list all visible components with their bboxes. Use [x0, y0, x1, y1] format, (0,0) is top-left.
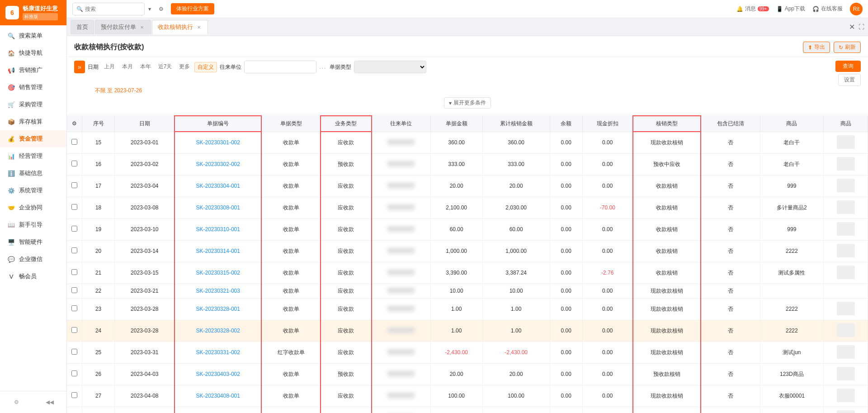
col-checkbox[interactable] [67, 132, 82, 153]
sidebar-item-sales[interactable]: 🎯 销售管理 [0, 79, 66, 96]
sidebar-item-wechat[interactable]: 💬 企业微信 [0, 251, 66, 268]
col-amount: 20.00 [430, 175, 482, 197]
col-partner [372, 298, 431, 320]
col-checkbox[interactable] [67, 240, 82, 262]
col-product: 2222 [760, 407, 824, 413]
row-checkbox[interactable] [71, 269, 77, 275]
col-checkbox[interactable] [67, 363, 82, 385]
row-checkbox[interactable] [71, 247, 77, 253]
col-checkbox[interactable] [67, 262, 82, 284]
partner-input[interactable] [244, 61, 316, 73]
tab-receivable[interactable]: 收款核销执行✕ [152, 20, 208, 34]
row-checkbox[interactable] [71, 349, 77, 355]
sidebar-item-purchase[interactable]: 🛒 采购管理 [0, 96, 66, 113]
col-checkbox[interactable] [67, 153, 82, 175]
set-button[interactable]: 设置 [838, 74, 861, 86]
voucher-no-link[interactable]: SK-20230408-001 [196, 393, 240, 399]
col-balance: 0.00 [550, 342, 582, 363]
col-checkbox[interactable] [67, 175, 82, 197]
row-checkbox[interactable] [71, 182, 77, 188]
voucher-no-link[interactable]: SK-20230403-002 [196, 371, 240, 377]
topbar-dropdown[interactable]: ▾ [148, 6, 151, 12]
sidebar-item-marketing[interactable]: 📢 营销推广 [0, 62, 66, 79]
col-checkbox[interactable] [67, 320, 82, 342]
sidebar-item-member[interactable]: V 畅会员 [0, 268, 66, 285]
refresh-button[interactable]: ↻ 刷新 [834, 42, 861, 53]
row-checkbox[interactable] [71, 305, 77, 311]
sidebar-item-hardware[interactable]: 🖥️ 智能硬件 [0, 233, 66, 251]
sidebar-item-system[interactable]: ⚙️ 系统管理 [0, 182, 66, 199]
sidebar-item-quicknav[interactable]: 🏠 快捷导航 [0, 44, 66, 62]
settings-icon[interactable]: ⚙ [9, 395, 24, 409]
col-checkbox[interactable] [67, 284, 82, 298]
basic-icon: ℹ️ [7, 169, 15, 177]
voucher-no-link[interactable]: SK-20230328-001 [196, 306, 240, 312]
sidebar-item-basic[interactable]: ℹ️ 基础信息 [0, 165, 66, 182]
voucher-no-link[interactable]: SK-20230321-003 [196, 288, 240, 294]
user-avatar[interactable]: Rit [850, 3, 863, 15]
row-checkbox[interactable] [71, 139, 77, 145]
voucher-no-link[interactable]: SK-20230328-002 [196, 328, 240, 334]
col-checkbox[interactable] [67, 197, 82, 218]
voucher-type-select[interactable] [354, 61, 426, 73]
sidebar-item-inventory[interactable]: 📦 库存核算 [0, 113, 66, 130]
topbar-gear-icon[interactable]: ⚙ [155, 3, 167, 15]
expand-icon: ▾ [449, 100, 452, 106]
search-input[interactable] [85, 6, 130, 12]
messages-item[interactable]: 🔔 消息 99+ [736, 5, 769, 13]
online-service-item[interactable]: 🎧 在线客服 [812, 5, 843, 13]
filter-more-dots[interactable]: ... [319, 64, 326, 70]
voucher-no-link[interactable]: SK-20230331-002 [196, 349, 240, 356]
voucher-no-link[interactable]: SK-20230310-001 [196, 226, 240, 233]
row-checkbox[interactable] [71, 370, 77, 376]
voucher-no-link[interactable]: SK-20230308-001 [196, 204, 240, 211]
date-custom-btn[interactable]: 自定义 [194, 62, 217, 72]
row-checkbox[interactable] [71, 392, 77, 398]
col-include-settled: 否 [701, 132, 760, 153]
col-checkbox[interactable] [67, 385, 82, 407]
sidebar-item-operation[interactable]: 📊 经营管理 [0, 147, 66, 165]
sidebar-item-label-quicknav: 快捷导航 [19, 49, 42, 57]
row-checkbox[interactable] [71, 161, 77, 166]
col-checkbox[interactable] [67, 407, 82, 413]
sidebar-item-guide[interactable]: 📖 新手引导 [0, 216, 66, 233]
row-checkbox[interactable] [71, 327, 77, 333]
date-prev-month[interactable]: 上月 [101, 62, 118, 72]
sidebar-item-search[interactable]: 🔍 搜索菜单 [0, 27, 66, 44]
sidebar-item-finance[interactable]: 💰 资金管理 [0, 130, 66, 147]
date-more[interactable]: 更多 [176, 62, 193, 72]
topbar-search-box[interactable]: 🔍 [72, 3, 145, 15]
col-checkbox[interactable] [67, 342, 82, 363]
col-settings-header[interactable]: ⚙ [67, 116, 82, 132]
app-download-item[interactable]: 📱 App下载 [776, 5, 805, 13]
tab-prepay[interactable]: 预付款应付单✕ [95, 20, 151, 34]
maximize-icon[interactable]: ⛶ [859, 24, 864, 30]
voucher-no-link[interactable]: SK-20230304-001 [196, 183, 240, 189]
voucher-no-link[interactable]: SK-20230302-002 [196, 161, 240, 167]
col-checkbox[interactable] [67, 298, 82, 320]
row-checkbox[interactable] [71, 226, 77, 232]
collapse-icon[interactable]: ◀◀ [42, 395, 57, 409]
sidebar-item-enterprise[interactable]: 🤝 企业协同 [0, 199, 66, 216]
sidebar-item-label-operation: 经营管理 [19, 152, 42, 160]
tab-label-home: 首页 [76, 23, 88, 31]
date-this-month[interactable]: 本月 [119, 62, 136, 72]
query-button[interactable]: 查询 [835, 61, 861, 72]
close-all-icon[interactable]: ✕ [849, 23, 855, 31]
expand-more-btn[interactable]: ▾ 展开更多条件 [444, 97, 491, 109]
col-checkbox[interactable] [67, 218, 82, 240]
tab-close-prepay[interactable]: ✕ [139, 24, 145, 30]
voucher-no-link[interactable]: SK-20230301-002 [196, 139, 240, 146]
row-checkbox[interactable] [71, 287, 77, 293]
filter-expand-left-btn[interactable]: » [74, 61, 85, 73]
voucher-no-link[interactable]: SK-20230315-002 [196, 270, 240, 276]
col-balance: 0.00 [550, 320, 582, 342]
voucher-no-link[interactable]: SK-20230314-001 [196, 248, 240, 254]
row-checkbox[interactable] [71, 204, 77, 210]
export-button[interactable]: ⬆ 导出 [803, 42, 830, 53]
solution-button[interactable]: 体验行业方案 [171, 3, 214, 14]
date-this-year[interactable]: 本年 [137, 62, 154, 72]
tab-home[interactable]: 首页 [71, 20, 94, 34]
tab-close-receivable[interactable]: ✕ [196, 24, 202, 30]
date-7days[interactable]: 近7天 [156, 62, 175, 72]
